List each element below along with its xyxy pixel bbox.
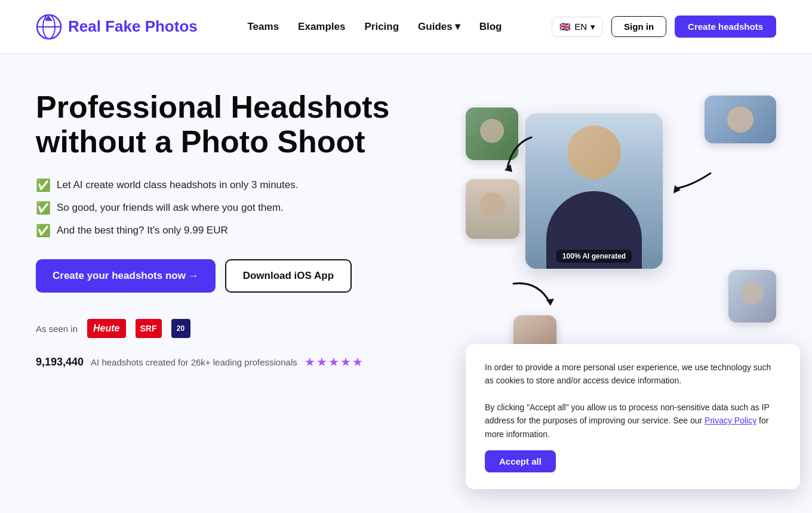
hero-content: Professional Headshots without a Photo S…: [36, 90, 406, 369]
main-person-visual: [525, 113, 663, 269]
chevron-down-icon: ▾: [590, 21, 595, 32]
cookie-text: In order to provide a more personal user…: [485, 361, 781, 394]
star-3: ★: [328, 355, 339, 369]
arrow-2: [669, 167, 716, 203]
nav-right: 🇬🇧 EN ▾ Sign in Create headshots: [552, 16, 776, 38]
srf-badge: SRF: [136, 319, 162, 338]
as-seen-in: As seen in Heute SRF 20: [36, 319, 406, 338]
main-headshot-photo: 100% AI generated: [525, 113, 663, 269]
nav-teams[interactable]: Teams: [247, 21, 279, 33]
create-headshots-button[interactable]: Create headshots: [675, 16, 776, 38]
check-icon-2: ✅: [36, 201, 51, 215]
thumb-top-right: [705, 96, 776, 143]
star-1: ★: [304, 355, 315, 369]
stats-count: 9,193,440: [36, 356, 84, 368]
logo-link[interactable]: Real Fake Photos: [36, 14, 198, 40]
hero-title: Professional Headshots without a Photo S…: [36, 90, 406, 159]
thumb-bot-right: [728, 270, 776, 322]
sign-in-button[interactable]: Sign in: [611, 16, 666, 37]
as-seen-label: As seen in: [36, 324, 78, 334]
star-rating: ★ ★ ★ ★ ★: [304, 355, 363, 369]
feature-2: ✅ So good, your friends will ask where y…: [36, 201, 406, 215]
feature-3: ✅ And the best thing? It's only 9.99 EUR: [36, 223, 406, 238]
stats-row: 9,193,440 AI headshots created for 26k+ …: [36, 355, 406, 369]
feature-1: ✅ Let AI create world class headshots in…: [36, 178, 406, 192]
flag-icon: 🇬🇧: [559, 21, 571, 32]
nav-pricing[interactable]: Pricing: [364, 21, 399, 33]
chevron-down-icon: ▾: [455, 20, 460, 33]
check-icon-1: ✅: [36, 178, 51, 192]
nav-blog[interactable]: Blog: [479, 21, 502, 33]
language-selector[interactable]: 🇬🇧 EN ▾: [552, 17, 603, 37]
star-5: ★: [352, 355, 363, 369]
check-icon-3: ✅: [36, 223, 51, 238]
ai-generated-label: 100% AI generated: [556, 250, 632, 263]
lang-code: EN: [574, 21, 587, 32]
cta-primary-button[interactable]: Create your headshots now →: [36, 259, 216, 293]
nav-links: Teams Examples Pricing Guides ▾ Blog: [247, 20, 502, 33]
thumb-mid-left: [466, 179, 519, 239]
hero-section: Professional Headshots without a Photo S…: [0, 54, 812, 393]
star-4: ★: [340, 355, 351, 369]
navbar: Real Fake Photos Teams Examples Pricing …: [0, 0, 812, 54]
svg-marker-6: [673, 185, 681, 193]
star-2: ★: [316, 355, 327, 369]
badge20: 20: [171, 319, 190, 338]
cta-secondary-button[interactable]: Download iOS App: [225, 259, 352, 293]
stats-text: AI headshots created for 26k+ leading pr…: [91, 357, 297, 367]
hero-buttons: Create your headshots now → Download iOS…: [36, 259, 406, 293]
nav-examples[interactable]: Examples: [298, 21, 345, 33]
cookie-banner: In order to provide a more personal user…: [466, 344, 800, 394]
logo-icon: [36, 14, 62, 40]
arrow-3: [502, 275, 561, 311]
nav-guides[interactable]: Guides ▾: [418, 20, 460, 33]
hero-images: 100% AI generated: [466, 96, 776, 358]
person-head: [567, 125, 621, 179]
svg-marker-7: [546, 299, 554, 306]
arrow-1: [496, 131, 543, 179]
logo-text: Real Fake Photos: [68, 17, 198, 36]
heute-badge: Heute: [87, 319, 125, 338]
hero-features: ✅ Let AI create world class headshots in…: [36, 178, 406, 238]
